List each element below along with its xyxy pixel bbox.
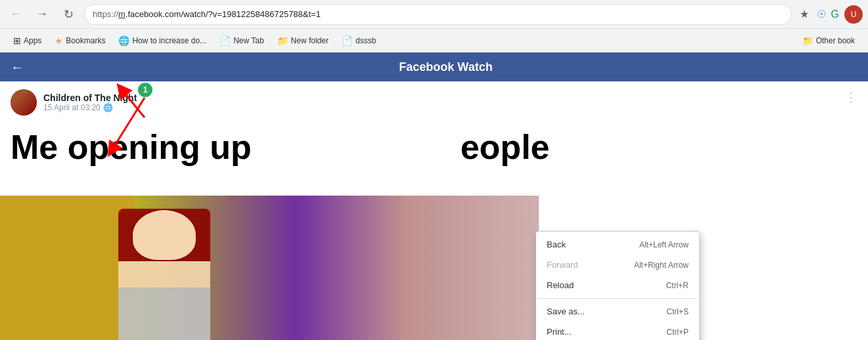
bookmark-dsssb[interactable]: 📄 dsssb (336, 33, 381, 49)
avatar-image (11, 89, 37, 116)
other-book-icon: 📁 (802, 35, 813, 46)
cm-save-as-label: Save as... (547, 307, 585, 316)
globe-favicon-icon: 🌐 (118, 35, 129, 46)
step-1-label: 1 (143, 85, 148, 95)
apps-grid-icon: ⊞ (13, 35, 21, 46)
step-1-circle: 1 (138, 83, 152, 97)
cm-back-shortcut: Alt+Left Arrow (639, 240, 689, 249)
cm-reload[interactable]: Reload Ctrl+R (536, 275, 699, 295)
cm-print[interactable]: Print... Ctrl+P (536, 322, 699, 340)
post-options-button[interactable]: ⋮ (844, 89, 857, 105)
fb-back-button[interactable]: ← (11, 60, 24, 75)
cm-forward: Forward Alt+Right Arrow (536, 255, 699, 275)
dsssb-label: dsssb (355, 36, 376, 45)
url-protocol: https:// (93, 9, 118, 19)
context-menu: Back Alt+Left Arrow Forward Alt+Right Ar… (536, 231, 700, 340)
bookmark-star-icon[interactable]: ★ (797, 5, 811, 23)
cm-back[interactable]: Back Alt+Left Arrow (536, 234, 699, 255)
page-content: Children of The Night 15 April at 03:20 … (0, 81, 868, 340)
bookmark-new-tab[interactable]: 📄 New Tab (214, 33, 269, 49)
url-bar[interactable]: https://m.facebook.com/watch/?v=19812258… (84, 4, 792, 25)
star-icon: ★ (55, 35, 63, 46)
shield-icon: ☉ (817, 8, 826, 20)
bookmark-new-folder[interactable]: 📁 New folder (272, 33, 334, 49)
meme-text-content: Me opening up (11, 128, 252, 166)
cm-save-as[interactable]: Save as... Ctrl+S (536, 301, 699, 322)
cm-print-shortcut: Ctrl+P (666, 328, 689, 337)
anime-head (131, 209, 197, 261)
meme-image-area (0, 196, 539, 340)
dsssb-favicon-icon: 📄 (342, 35, 353, 46)
post-meta: 15 April at 03:20 🌐 (43, 103, 857, 112)
post-globe-icon: 🌐 (103, 103, 113, 112)
post-avatar (11, 89, 37, 116)
facebook-header: ← Facebook Watch (0, 53, 868, 81)
cm-save-as-shortcut: Ctrl+S (666, 307, 689, 316)
meme-text: Me opening up eople (11, 129, 857, 166)
profile-avatar[interactable]: U (844, 5, 863, 24)
cm-forward-label: Forward (547, 260, 578, 270)
post-info: Children of The Night 15 April at 03:20 … (43, 93, 857, 112)
address-bar: ← → ↻ https://m.facebook.com/watch/?v=19… (0, 0, 868, 29)
bookmarks-label: Bookmarks (66, 36, 105, 45)
meme-text-area: Me opening up eople (0, 123, 868, 166)
reload-button[interactable]: ↻ (58, 4, 79, 25)
folder-icon: 📁 (277, 35, 288, 46)
browser-frame: ← → ↻ https://m.facebook.com/watch/?v=19… (0, 0, 868, 340)
new-tab-favicon-icon: 📄 (219, 35, 231, 46)
how-to-label: How to increase do... (132, 36, 206, 45)
post-header: Children of The Night 15 April at 03:20 … (0, 81, 868, 123)
url-highlighted: m (118, 9, 126, 19)
cm-reload-label: Reload (547, 280, 574, 290)
google-account-icon[interactable]: G (831, 9, 839, 20)
cm-reload-shortcut: Ctrl+R (666, 281, 689, 290)
new-tab-label: New Tab (233, 36, 263, 45)
meme-background (0, 196, 539, 340)
bookmark-how-to[interactable]: 🌐 How to increase do... (113, 33, 212, 49)
forward-button[interactable]: → (32, 4, 53, 25)
new-folder-label: New folder (291, 36, 329, 45)
bookmark-other-book[interactable]: 📁 Other book (797, 33, 860, 49)
other-book-label: Other book (816, 36, 855, 45)
bookmark-bookmarks[interactable]: ★ Bookmarks (49, 33, 110, 49)
bookmark-apps[interactable]: ⊞ Apps (8, 33, 47, 49)
post-author-name: Children of The Night (43, 93, 857, 103)
apps-label: Apps (24, 36, 41, 45)
back-button[interactable]: ← (5, 4, 26, 25)
cm-forward-shortcut: Alt+Right Arrow (634, 261, 689, 270)
post-date: 15 April at 03:20 (43, 103, 101, 112)
cm-divider-1 (536, 298, 699, 299)
url-rest: .facebook.com/watch/?v=19812258486725788… (126, 9, 783, 19)
cm-print-label: Print... (547, 327, 572, 337)
cm-back-label: Back (547, 240, 566, 249)
fb-header-title: Facebook Watch (34, 60, 857, 74)
bookmarks-bar: ⊞ Apps ★ Bookmarks 🌐 How to increase do.… (0, 29, 868, 53)
